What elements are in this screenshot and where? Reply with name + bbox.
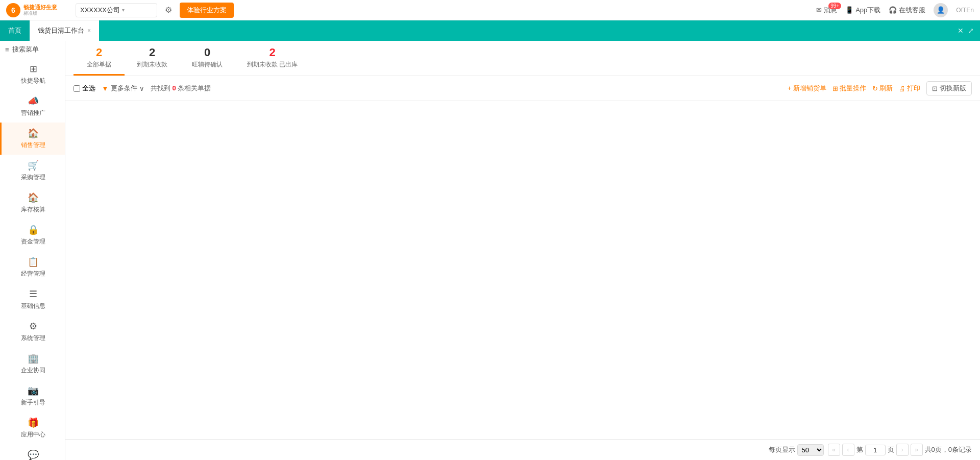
logo-sub: 标准版 <box>23 11 57 16</box>
tab-close-window-icon[interactable]: ✕ <box>958 27 964 35</box>
select-all-label: 全选 <box>82 84 95 93</box>
stats-pending-label: 旺辅待确认 <box>192 60 223 69</box>
app-center-label: 应用中心 <box>21 430 45 439</box>
sidebar-item-app-center[interactable]: 🎁 应用中心 <box>0 412 65 444</box>
company-selector[interactable]: XXXXXX公司 ▾ <box>76 3 157 17</box>
sidebar-item-quick-nav[interactable]: ⊞ 快捷导航 <box>0 58 65 90</box>
switch-icon: ⊡ <box>932 85 938 92</box>
stats-overdue-label: 到期未收款 <box>137 60 167 69</box>
total-records-label: 共0页，0条记录 <box>925 445 972 454</box>
main-layout: ≡ 搜索菜单 ⊞ 快捷导航 📣 营销推广 🏠 销售管理 🛒 采购管理 🏠 库存核… <box>0 41 980 460</box>
stats-tab-pending[interactable]: 0 旺辅待确认 <box>180 41 235 76</box>
batch-label: 批量操作 <box>840 84 866 93</box>
found-prefix: 共找到 <box>151 84 170 92</box>
table-area <box>65 101 980 439</box>
company-dropdown-arrow: ▾ <box>122 7 125 13</box>
sidebar-item-inventory[interactable]: 🏠 库存核算 <box>0 187 65 219</box>
sidebar-item-cooperation[interactable]: 🏢 企业协同 <box>0 348 65 380</box>
logo-main: 畅捷通好生意 <box>23 4 57 11</box>
next-page-btn[interactable]: › <box>896 444 909 456</box>
finance-label: 资金管理 <box>21 237 45 246</box>
stats-all-count: 2 <box>96 46 102 59</box>
last-page-btn[interactable]: » <box>911 444 923 456</box>
switch-button[interactable]: ⊡ 切换新版 <box>926 81 972 95</box>
filter-icon: ▼ <box>102 84 109 92</box>
page-label: 第 <box>856 445 863 454</box>
sidebar-item-finance[interactable]: 🔒 资金管理 <box>0 219 65 251</box>
tabbar-actions: ✕ ⤢ <box>958 27 980 35</box>
company-name: XXXXXX公司 <box>80 6 120 15</box>
settings-icon[interactable]: ⚙ <box>161 3 176 17</box>
cooperation-icon: 🏢 <box>28 353 39 364</box>
sidebar-item-system[interactable]: ⚙ 系统管理 <box>0 316 65 348</box>
guide-icon: 📷 <box>28 385 39 396</box>
tab-home[interactable]: 首页 <box>0 20 30 41</box>
sidebar-item-purchase[interactable]: 🛒 采购管理 <box>0 155 65 187</box>
tab-close-icon[interactable]: × <box>87 27 91 34</box>
cooperation-label: 企业协同 <box>21 366 45 375</box>
refresh-label: 刷新 <box>879 84 893 93</box>
sidebar-item-operations[interactable]: 📋 经营管理 <box>0 251 65 283</box>
print-icon: 🖨 <box>899 85 905 92</box>
switch-label: 切换新版 <box>940 84 966 93</box>
content: 2 全部单据 2 到期未收款 0 旺辅待确认 2 到期未收款 已出库 全选 <box>65 41 980 460</box>
sidebar-item-guide[interactable]: 📷 新手引导 <box>0 380 65 412</box>
sales-label: 销售管理 <box>21 141 45 150</box>
refresh-icon: ↻ <box>872 85 878 92</box>
filter-button[interactable]: ▼ 更多条件 ∨ <box>102 84 144 93</box>
sidebar-item-wechat[interactable]: 💬 企业微信 <box>0 444 65 460</box>
online-service-btn[interactable]: 🎧 在线客服 <box>889 6 925 15</box>
topbar-right: ✉ 消息 99+ 📱 App下载 🎧 在线客服 👤 OfTEn <box>816 3 974 17</box>
tab-home-label: 首页 <box>8 26 21 35</box>
toolbar-left: 全选 ▼ 更多条件 ∨ 共找到 0 条相关单据 <box>74 84 211 93</box>
pagination-nav: « ‹ 第 页 › » 共0页，0条记录 <box>828 444 972 456</box>
stats-overdue-out-count: 2 <box>270 46 276 59</box>
trial-button[interactable]: 体验行业方案 <box>180 3 234 18</box>
select-all-checkbox[interactable]: 全选 <box>74 84 95 93</box>
stats-tab-overdue[interactable]: 2 到期未收款 <box>125 41 180 76</box>
per-page-select[interactable]: 50 100 <box>797 444 824 456</box>
sidebar-item-marketing[interactable]: 📣 营销推广 <box>0 90 65 123</box>
select-all-input[interactable] <box>74 85 80 92</box>
sidebar-item-basic-info[interactable]: ☰ 基础信息 <box>0 283 65 316</box>
first-page-btn[interactable]: « <box>828 444 840 456</box>
username-display[interactable]: OfTEn <box>956 7 974 14</box>
prev-page-btn[interactable]: ‹ <box>842 444 854 456</box>
message-btn[interactable]: ✉ 消息 99+ <box>816 6 837 15</box>
sidebar-item-sales[interactable]: 🏠 销售管理 <box>0 123 65 155</box>
refresh-button[interactable]: ↻ 刷新 <box>872 84 893 93</box>
operations-icon: 📋 <box>28 256 39 268</box>
quick-nav-label: 快捷导航 <box>21 77 45 85</box>
found-text: 共找到 0 条相关单据 <box>151 84 211 93</box>
app-download-btn[interactable]: 📱 App下载 <box>845 6 880 15</box>
marketing-label: 营销推广 <box>21 109 45 117</box>
service-icon: 🎧 <box>889 6 897 14</box>
found-count: 0 <box>172 84 176 92</box>
system-icon: ⚙ <box>29 321 37 332</box>
stats-tab-overdue-out[interactable]: 2 到期未收款 已出库 <box>235 41 310 76</box>
sidebar-search[interactable]: ≡ 搜索菜单 <box>0 41 65 58</box>
pagination: 每页显示 50 100 « ‹ 第 页 › » 共0页，0条记录 <box>65 439 980 460</box>
new-order-button[interactable]: + 新增销货单 <box>788 84 826 93</box>
tab-work-label: 钱货日清工作台 <box>38 26 84 35</box>
filter-label: 更多条件 <box>111 84 137 93</box>
topbar: 6 畅捷通好生意 标准版 XXXXXX公司 ▾ ⚙ 体验行业方案 ✉ 消息 99… <box>0 0 980 20</box>
stats-pending-count: 0 <box>204 46 210 59</box>
app-download-label: App下载 <box>855 6 880 15</box>
stats-tabs: 2 全部单据 2 到期未收款 0 旺辅待确认 2 到期未收款 已出库 <box>65 41 980 76</box>
purchase-label: 采购管理 <box>21 173 45 182</box>
page-input[interactable] <box>865 445 886 455</box>
batch-button[interactable]: ⊞ 批量操作 <box>832 84 866 93</box>
operations-label: 经营管理 <box>21 270 45 278</box>
page-suffix: 页 <box>888 445 894 454</box>
logo-area: 6 畅捷通好生意 标准版 <box>6 3 71 17</box>
tab-maximize-icon[interactable]: ⤢ <box>968 27 974 35</box>
tab-work[interactable]: 钱货日清工作台 × <box>30 20 99 41</box>
search-menu-icon: ≡ <box>5 46 9 54</box>
print-button[interactable]: 🖨 打印 <box>899 84 920 93</box>
stats-overdue-out-label: 到期未收款 已出库 <box>247 60 298 69</box>
basic-info-icon: ☰ <box>29 288 37 300</box>
avatar[interactable]: 👤 <box>934 3 948 17</box>
sidebar: ≡ 搜索菜单 ⊞ 快捷导航 📣 营销推广 🏠 销售管理 🛒 采购管理 🏠 库存核… <box>0 41 65 460</box>
stats-tab-all[interactable]: 2 全部单据 <box>74 41 125 76</box>
